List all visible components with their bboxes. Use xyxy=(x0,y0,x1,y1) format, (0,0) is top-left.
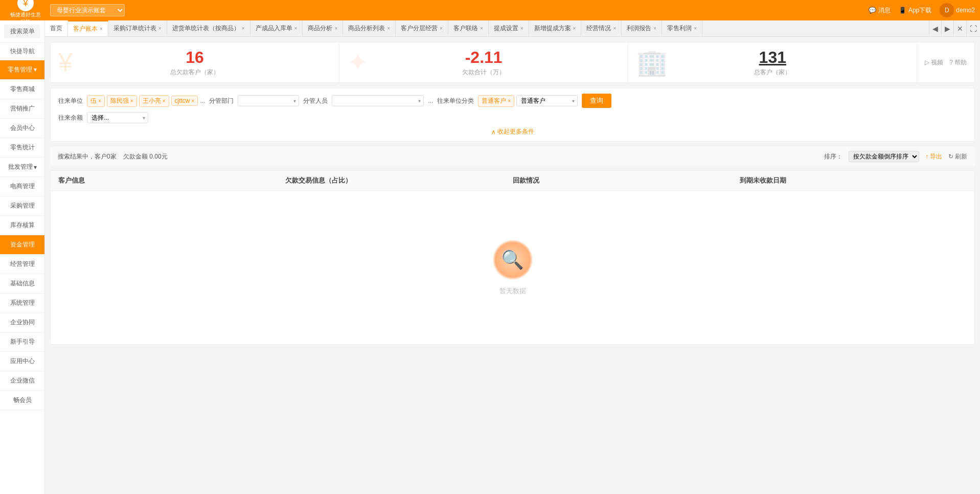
sidebar-item-retail-stats[interactable]: 零售统计 xyxy=(0,138,44,158)
sidebar-item-purchase[interactable]: 采购管理 xyxy=(0,196,44,216)
sidebar-item-vip[interactable]: 畅会员 xyxy=(0,391,44,410)
tab-remind-settings-label: 提成设置 xyxy=(494,24,518,33)
sidebar-item-retail-mall[interactable]: 零售商城 xyxy=(0,80,44,99)
sidebar-item-ops[interactable]: 经营管理 xyxy=(0,255,44,274)
person-select[interactable] xyxy=(332,95,424,106)
filter-tag-category: 普通客户 × xyxy=(478,95,514,107)
tab-stock-stats-close[interactable]: × xyxy=(242,26,245,31)
ecommerce-label: 电商管理 xyxy=(10,183,35,190)
collapse-btn[interactable]: ∧ 收起更多条件 xyxy=(491,127,534,136)
tab-add-plan[interactable]: 新增提成方案 × xyxy=(529,20,582,37)
tab-purchase-order[interactable]: 采购订单统计表 × xyxy=(108,20,167,37)
tab-cost-in-close[interactable]: × xyxy=(294,26,298,31)
system-label: 系统管理 xyxy=(10,299,35,306)
sidebar-item-ecommerce[interactable]: 电商管理 xyxy=(0,177,44,196)
category-label: 往来单位分类 xyxy=(437,97,474,105)
tab-goods-list[interactable]: 商品分析列表 × xyxy=(343,20,396,37)
tab-bar: 首页 客户账本 × 采购订单统计表 × 进货单统计表（按商品） × 产成品入库单… xyxy=(45,20,980,37)
tab-cost-in[interactable]: 产成品入库单 × xyxy=(250,20,303,37)
filter-tag-wu-close[interactable]: × xyxy=(98,98,101,104)
tab-close-all-btn[interactable]: ✕ xyxy=(953,20,966,37)
search-menu-btn[interactable]: 搜索菜单 xyxy=(4,25,40,38)
person-more-btn[interactable]: ... xyxy=(428,97,433,104)
empty-text: 暂无数据 xyxy=(499,286,526,296)
unit-label: 往来单位 xyxy=(58,97,83,105)
sidebar-item-app-center[interactable]: 应用中心 xyxy=(0,352,44,371)
tab-business-status-close[interactable]: × xyxy=(613,26,616,31)
sidebar-item-basic[interactable]: 基础信息 xyxy=(0,274,44,294)
sidebar-item-wechat[interactable]: 企业微信 xyxy=(0,371,44,391)
tab-goods-analysis-close[interactable]: × xyxy=(334,26,337,31)
tab-customer-connect[interactable]: 客户联络 × xyxy=(448,20,489,37)
tab-goods-list-label: 商品分析列表 xyxy=(348,24,385,33)
tab-stock-stats[interactable]: 进货单统计表（按商品） × xyxy=(167,20,250,37)
tab-customer-connect-close[interactable]: × xyxy=(480,26,483,31)
sidebar-item-guide[interactable]: 新手引导 xyxy=(0,332,44,352)
tab-remind-settings-close[interactable]: × xyxy=(520,26,523,31)
tab-retail-profit[interactable]: 零售利润 × xyxy=(662,20,702,37)
filter-tags: 伍 × 陈民强 × 王小亮 × cjttcw × xyxy=(87,95,205,107)
tab-purchase-order-close[interactable]: × xyxy=(158,26,162,31)
wechat-label: 企业微信 xyxy=(10,377,35,384)
dept-select-wrapper xyxy=(238,95,299,106)
filter-tag-category-close[interactable]: × xyxy=(508,98,511,104)
sidebar-item-system[interactable]: 系统管理 xyxy=(0,294,44,313)
tab-next-btn[interactable]: ▶ xyxy=(941,20,953,37)
sidebar-item-member[interactable]: 会员中心 xyxy=(0,119,44,138)
filter-tag-cj-close[interactable]: × xyxy=(192,98,195,104)
help-link[interactable]: ? 帮助 xyxy=(949,58,967,67)
tab-customer-tier-close[interactable]: × xyxy=(440,26,443,31)
tab-cost-in-label: 产成品入库单 xyxy=(256,24,292,33)
tab-business-status-label: 经营情况 xyxy=(586,24,611,33)
category-select[interactable]: 普通客户 xyxy=(516,95,578,106)
tab-goods-analysis[interactable]: 商品分析 × xyxy=(303,20,343,37)
tab-profit-report-close[interactable]: × xyxy=(653,26,656,31)
user-menu[interactable]: D demo2 xyxy=(940,3,975,17)
filter-tag-wang: 王小亮 × xyxy=(139,95,169,107)
empty-icon: 🔍 xyxy=(492,239,533,280)
query-btn[interactable]: 查询 xyxy=(582,94,611,108)
tab-remind-settings[interactable]: 提成设置 × xyxy=(489,20,529,37)
sidebar-item-inventory[interactable]: 库存核算 xyxy=(0,216,44,235)
tab-goods-list-close[interactable]: × xyxy=(387,26,390,31)
filter-more-btn[interactable]: ... xyxy=(200,97,205,104)
tab-retail-profit-close[interactable]: × xyxy=(694,26,697,31)
export-icon: ↑ xyxy=(925,153,928,160)
col-customer-info: 客户信息 xyxy=(58,176,285,185)
refresh-btn[interactable]: ↻ 刷新 xyxy=(948,152,967,161)
tab-customer-tier[interactable]: 客户分层经营 × xyxy=(396,20,448,37)
filter-tag-wang-close[interactable]: × xyxy=(163,98,166,104)
tab-prev-btn[interactable]: ◀ xyxy=(929,20,941,37)
tab-home[interactable]: 首页 xyxy=(45,20,68,37)
sidebar-item-finance[interactable]: 资金管理 xyxy=(0,235,44,255)
vip-label: 畅会员 xyxy=(13,396,32,403)
tab-expand-btn[interactable]: ⛶ xyxy=(966,20,980,37)
col-arrears-info: 欠款交易信息（占比） xyxy=(285,176,512,185)
tab-customer-account[interactable]: 客户账本 × xyxy=(68,20,108,37)
sort-select[interactable]: 按欠款金额倒序排序 xyxy=(849,151,919,162)
refresh-icon: ↻ xyxy=(948,153,953,160)
result-bar: 搜索结果中，客户0家 欠款金额 0.00元 排序： 按欠款金额倒序排序 ↑ 导出… xyxy=(50,147,975,166)
tab-business-status[interactable]: 经营情况 × xyxy=(581,20,622,37)
sidebar-item-marketing[interactable]: 营销推广 xyxy=(0,99,44,119)
balance-select[interactable]: 选择... xyxy=(87,112,148,123)
workspace-selector[interactable]: 母婴行业演示账套 xyxy=(50,4,125,16)
refresh-label: 刷新 xyxy=(955,152,967,161)
tab-add-plan-close[interactable]: × xyxy=(573,26,576,31)
chevron-wholesale-icon: ▾ xyxy=(34,164,37,171)
sidebar-item-retail-mgmt[interactable]: 零售管理 ▾ xyxy=(0,60,44,80)
video-link[interactable]: ▷ 视频 xyxy=(925,58,943,67)
retail-mall-label: 零售商城 xyxy=(10,85,35,93)
top-bar: ¥ 畅捷通好生意 标版 母婴行业演示账套 💬 消息 📱 App下载 D demo… xyxy=(0,0,980,20)
filter-tag-chen-close[interactable]: × xyxy=(130,98,133,104)
export-btn[interactable]: ↑ 导出 xyxy=(925,152,942,161)
tab-profit-report[interactable]: 利润报告 × xyxy=(622,20,662,37)
sidebar-item-wholesale[interactable]: 批发管理 ▾ xyxy=(0,158,44,177)
app-download-btn[interactable]: 📱 App下载 xyxy=(899,6,931,15)
filter-row-1: 往来单位 伍 × 陈民强 × 王小亮 × xyxy=(58,94,967,108)
message-btn[interactable]: 💬 消息 xyxy=(869,6,891,15)
sidebar-item-enterprise[interactable]: 企业协同 xyxy=(0,313,44,332)
tab-customer-account-close[interactable]: × xyxy=(100,26,103,32)
dept-select[interactable] xyxy=(238,95,299,106)
quick-nav-btn[interactable]: 快捷导航 xyxy=(0,43,44,60)
